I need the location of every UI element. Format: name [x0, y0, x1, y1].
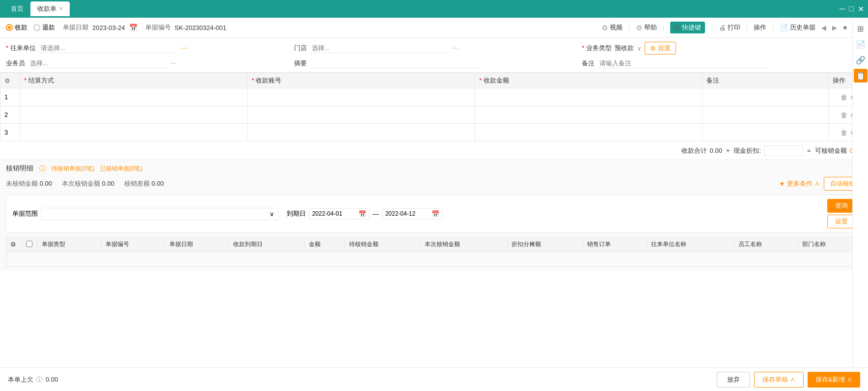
- counterpart-input[interactable]: [39, 43, 176, 53]
- row-3-delete-icon[interactable]: 🗑: [841, 129, 847, 137]
- row-2-remark[interactable]: [703, 106, 829, 124]
- row-1-amount[interactable]: [475, 88, 702, 106]
- store-more-icon[interactable]: ···: [450, 44, 461, 53]
- separator-2: |: [663, 24, 664, 31]
- calendar-icon[interactable]: 📅: [129, 24, 137, 31]
- range-select[interactable]: ∨: [41, 208, 279, 220]
- col-doc-type: 单据类型: [38, 237, 102, 252]
- print-label: 打印: [728, 23, 740, 32]
- save-draft-label: 保存草稿 ∧: [762, 375, 795, 384]
- nav-arrow-right[interactable]: ▶: [832, 24, 837, 31]
- row-1-settle[interactable]: [20, 88, 247, 106]
- sidebar-table-icon[interactable]: ⊞: [854, 22, 868, 35]
- bottom-info-icon[interactable]: ⓘ: [36, 375, 43, 384]
- shortcut-label: 快捷键: [682, 23, 701, 32]
- remark-input[interactable]: [597, 58, 769, 68]
- table-footer: 收款合计 0.00 + 现金折扣: = 可核销金额 0.00: [0, 141, 868, 160]
- counterpart-more-icon[interactable]: ···: [179, 44, 190, 53]
- date-from-input[interactable]: [312, 210, 356, 217]
- summary-input[interactable]: [310, 58, 482, 68]
- calendar-to-icon[interactable]: 📅: [432, 210, 439, 218]
- row-3-remark[interactable]: [703, 124, 829, 141]
- row-3-amount[interactable]: [475, 124, 702, 141]
- unverified-label: 未核销金额: [6, 180, 38, 187]
- row-1-num: 1: [0, 88, 20, 106]
- window-minimize-button[interactable]: ─: [840, 4, 845, 14]
- save-draft-button[interactable]: 保存草稿 ∧: [754, 372, 804, 388]
- row-1-remark[interactable]: [703, 88, 829, 106]
- tab-active[interactable]: 收款单 ×: [30, 1, 70, 16]
- row-2-account[interactable]: [247, 106, 475, 124]
- row-3-account[interactable]: [247, 124, 475, 141]
- verify-stats: 未核销金额 0.00 本次核销金额 0.00 核销差额 0.00 ▼ 更多条件 …: [6, 177, 862, 191]
- store-input[interactable]: [310, 43, 447, 53]
- diff-label: 核销差额: [124, 180, 150, 187]
- radio-refund[interactable]: 退款: [33, 23, 55, 32]
- range-field: 单据范围 ∨: [12, 208, 279, 220]
- row-2-num: 2: [0, 106, 20, 124]
- doc-date-group: 单据日期 2023-03-24 📅: [63, 23, 137, 32]
- salesperson-input[interactable]: [28, 58, 165, 68]
- discount-input[interactable]: [764, 145, 803, 156]
- abandon-button[interactable]: 放弃: [717, 372, 750, 388]
- row-2-amount[interactable]: [475, 106, 702, 124]
- bottom-actions: 放弃 保存草稿 ∧ 保存&新增 ∧: [717, 372, 860, 388]
- form-row-2: 业务员 ··· 摘要 备注: [6, 58, 862, 68]
- lower-table-gear-icon[interactable]: ⚙: [10, 241, 16, 248]
- verify-info-icon[interactable]: ⓘ: [39, 164, 46, 173]
- date-to-input[interactable]: [385, 210, 430, 217]
- row-1-delete-icon[interactable]: 🗑: [841, 93, 847, 101]
- help-button[interactable]: ⊙ 帮助: [636, 23, 657, 32]
- operation-label: 操作: [754, 23, 766, 32]
- operation-button[interactable]: 操作: [754, 23, 766, 32]
- business-type-dropdown-icon[interactable]: ∨: [637, 45, 642, 52]
- video-button[interactable]: ⊙ 视频: [602, 23, 623, 32]
- filter-settings-button[interactable]: 设置: [827, 215, 856, 228]
- sidebar-link-icon[interactable]: 🔗: [854, 53, 868, 67]
- shortcut-button[interactable]: ⊟ 快捷键: [670, 22, 705, 33]
- current-verify-label: 本次核销金额: [62, 180, 100, 187]
- due-date-label: 到期日: [287, 209, 306, 218]
- row-2-delete-icon[interactable]: 🗑: [841, 111, 847, 119]
- more-conditions-button[interactable]: ▼ 更多条件 ∧: [779, 179, 820, 188]
- window-maximize-button[interactable]: □: [849, 4, 854, 14]
- col-remark: 备注: [703, 73, 829, 88]
- query-button[interactable]: 查询: [827, 199, 856, 213]
- tab-close-button[interactable]: ×: [59, 5, 63, 12]
- history-label: 历史单据: [790, 23, 815, 32]
- print-button[interactable]: 🖨 打印: [719, 23, 740, 32]
- history-button[interactable]: 📄 历史单据: [780, 23, 815, 32]
- radio-receive[interactable]: 收款: [6, 23, 27, 32]
- sidebar-paste-icon[interactable]: 📋: [854, 69, 868, 83]
- window-close-button[interactable]: ✕: [858, 4, 864, 14]
- verify-title: 核销明细: [6, 164, 33, 173]
- row-2-settle[interactable]: [20, 106, 247, 124]
- date-separator: —: [373, 210, 379, 218]
- bottom-info: 本单上欠 ⓘ 0.00: [8, 375, 58, 384]
- select-all-checkbox[interactable]: [26, 241, 32, 247]
- tab-active-label: 收款单: [37, 4, 56, 13]
- video-label: 视频: [610, 23, 623, 32]
- row-3-settle[interactable]: [20, 124, 247, 141]
- lower-table-empty-row: [6, 252, 862, 267]
- total-label: 收款合计: [681, 146, 707, 155]
- current-verify-value: 0.00: [102, 180, 114, 187]
- radio-receive-label: 收款: [15, 23, 27, 32]
- salesperson-more-icon[interactable]: ···: [168, 59, 179, 68]
- row-1-account[interactable]: [247, 88, 475, 106]
- calendar-from-icon[interactable]: 📅: [358, 210, 366, 218]
- done-tab[interactable]: 已核销单据(0笔): [100, 165, 143, 173]
- pending-tab[interactable]: 待核销单据(0笔): [52, 165, 94, 173]
- layout-list-icon[interactable]: ≡: [843, 24, 847, 31]
- nav-arrow-left[interactable]: ◀: [821, 24, 826, 31]
- table-gear-icon[interactable]: ⚙: [4, 77, 10, 84]
- col-due-date: 收款到期日: [229, 237, 304, 252]
- discount-summary: 现金折扣:: [733, 145, 803, 156]
- col-doc-no: 单据编号: [101, 237, 165, 252]
- current-value: 0.00: [46, 376, 58, 383]
- unverified-value: 0.00: [40, 180, 52, 187]
- save-new-button[interactable]: 保存&新增 ∧: [808, 372, 860, 388]
- tab-home[interactable]: 首页: [4, 1, 30, 16]
- settings-button[interactable]: ⚙ 设置: [645, 42, 676, 55]
- sidebar-doc-icon[interactable]: 📄: [854, 37, 868, 51]
